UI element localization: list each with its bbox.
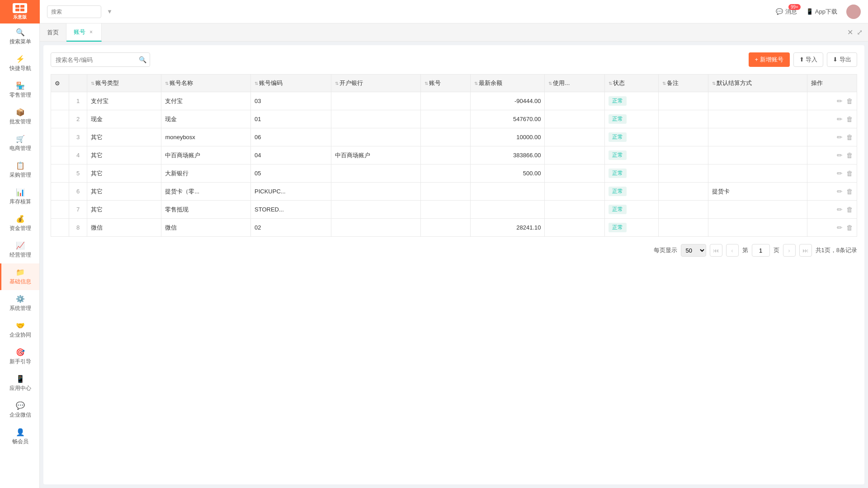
col-bank[interactable]: ⇅开户银行 (331, 75, 421, 92)
row-remarks-cell (658, 164, 708, 183)
header-dropdown-icon[interactable]: ▼ (107, 8, 113, 15)
sidebar-item-system-mgmt[interactable]: ⚙️ 系统管理 (0, 290, 39, 317)
member-icon: 👤 (16, 428, 25, 436)
table-row: 5 其它 大新银行 05 500.00 正常 ✏ 🗑 (51, 164, 857, 183)
edit-button[interactable]: ✏ (837, 133, 843, 141)
delete-button[interactable]: 🗑 (846, 206, 853, 213)
col-usage[interactable]: ⇅使用... (545, 75, 605, 92)
col-default-settlement[interactable]: ⇅默认结算方式 (708, 75, 807, 92)
account-search-input[interactable] (51, 52, 150, 67)
col-code[interactable]: ⇅账号编码 (251, 75, 331, 92)
sidebar-item-enterprise-wechat[interactable]: 💬 企业微信 (0, 397, 39, 423)
edit-button[interactable]: ✏ (837, 224, 843, 232)
sidebar-item-inventory[interactable]: 📊 库存核算 (0, 183, 39, 210)
col-code-label: 账号编码 (259, 80, 283, 86)
edit-button[interactable]: ✏ (837, 151, 843, 160)
sidebar-item-retail-mgmt[interactable]: 🏪 零售管理 (0, 77, 39, 103)
col-name[interactable]: ⇅账号名称 (161, 75, 251, 92)
current-page-input[interactable] (752, 244, 770, 257)
col-account-label: 账号 (429, 80, 441, 86)
sidebar-item-basic-info[interactable]: 📁 基础信息 (0, 263, 39, 290)
sidebar-item-search-menu[interactable]: 🔍 搜索菜单 (0, 23, 39, 50)
status-badge: 正常 (609, 114, 627, 124)
edit-button[interactable]: ✏ (837, 115, 843, 123)
row-bank-cell (331, 219, 421, 237)
last-page-button[interactable]: ⏭ (799, 244, 812, 257)
sidebar-item-ecommerce-mgmt[interactable]: 🛒 电商管理 (0, 130, 39, 157)
tab-account[interactable]: 账号 × (66, 23, 102, 42)
delete-button[interactable]: 🗑 (846, 224, 853, 231)
delete-button[interactable]: 🗑 (846, 97, 853, 105)
app-download-button[interactable]: 📱 App下载 (806, 8, 837, 16)
col-status[interactable]: ⇅状态 (605, 75, 659, 92)
row-name-cell: 微信 (161, 219, 251, 237)
row-action-icons: ✏ 🗑 (811, 133, 853, 141)
row-actions-cell: ✏ 🗑 (807, 128, 857, 146)
export-button[interactable]: ⬇ 导出 (827, 52, 857, 67)
message-button[interactable]: 💬 消息 99+ (776, 8, 797, 16)
svg-rect-3 (20, 9, 24, 11)
tab-home[interactable]: 首页 (40, 23, 66, 42)
edit-button[interactable]: ✏ (837, 206, 843, 214)
edit-button[interactable]: ✏ (837, 188, 843, 196)
sidebar-item-app-center[interactable]: 📱 应用中心 (0, 370, 39, 397)
col-account[interactable]: ⇅账号 (420, 75, 470, 92)
tab-close-all-icon[interactable]: ✕ (847, 28, 853, 37)
user-avatar[interactable] (846, 5, 861, 19)
col-bank-label: 开户银行 (340, 80, 363, 86)
header-search-input[interactable] (47, 5, 101, 18)
sidebar-item-quick-nav[interactable]: ⚡ 快捷导航 (0, 50, 39, 77)
col-balance[interactable]: ⇅最新余额 (471, 75, 545, 92)
search-icon: 🔍 (139, 56, 146, 63)
delete-button[interactable]: 🗑 (846, 169, 853, 177)
page-size-select[interactable]: 50 100 200 (681, 244, 706, 257)
prev-page-button[interactable]: ‹ (726, 244, 739, 257)
sidebar-item-capital-mgmt[interactable]: 💰 资金管理 (0, 210, 39, 237)
svg-rect-1 (20, 5, 24, 8)
logo-icon (13, 3, 27, 13)
row-bank-cell (331, 164, 421, 183)
col-type[interactable]: ⇅账号类型 (87, 75, 161, 92)
col-settings[interactable]: ⚙ (51, 75, 69, 92)
sidebar-item-new-guide[interactable]: 🎯 新手引导 (0, 343, 39, 370)
row-settings-cell (51, 110, 69, 128)
row-balance-cell: 10000.00 (471, 128, 545, 146)
col-actions: 操作 (807, 75, 857, 92)
tab-account-close[interactable]: × (88, 28, 94, 36)
import-button[interactable]: ⬆ 导入 (793, 52, 824, 67)
delete-button[interactable]: 🗑 (846, 133, 853, 141)
sidebar-item-member[interactable]: 👤 畅会员 (0, 423, 39, 450)
row-settings-cell (51, 146, 69, 164)
sidebar-item-wholesale-mgmt[interactable]: 📦 批发管理 (0, 103, 39, 130)
row-default-settlement-cell (708, 92, 807, 110)
row-index-cell: 3 (69, 128, 87, 146)
col-type-label: 账号类型 (95, 80, 119, 86)
row-usage-cell (545, 146, 605, 164)
message-badge: 99+ (788, 4, 801, 10)
header-left: ▼ (47, 5, 113, 18)
row-action-icons: ✏ 🗑 (811, 206, 853, 214)
edit-button[interactable]: ✏ (837, 97, 843, 105)
row-usage-cell (545, 110, 605, 128)
delete-button[interactable]: 🗑 (846, 188, 853, 195)
row-action-icons: ✏ 🗑 (811, 115, 853, 123)
row-name-cell: 零售抵现 (161, 201, 251, 219)
edit-button[interactable]: ✏ (837, 169, 843, 178)
table-row: 7 其它 零售抵现 STORED... 正常 ✏ 🗑 (51, 201, 857, 219)
row-remarks-cell (658, 92, 708, 110)
delete-button[interactable]: 🗑 (846, 151, 853, 159)
row-index-cell: 4 (69, 146, 87, 164)
add-account-button[interactable]: + 新增账号 (749, 52, 790, 67)
sidebar-item-enterprise-agreement[interactable]: 🤝 企业协同 (0, 317, 39, 343)
next-page-button[interactable]: › (783, 244, 796, 257)
sidebar-item-operation-mgmt[interactable]: 📈 经营管理 (0, 237, 39, 263)
col-remarks[interactable]: ⇅备注 (658, 75, 708, 92)
row-type-cell: 现金 (87, 110, 161, 128)
tab-maximize-icon[interactable]: ⤢ (857, 28, 863, 37)
app-center-icon: 📱 (16, 375, 25, 383)
first-page-button[interactable]: ⏮ (710, 244, 722, 257)
sidebar-item-basic-info-label: 基础信息 (9, 278, 31, 286)
sidebar-item-purchase-mgmt[interactable]: 📋 采购管理 (0, 157, 39, 183)
delete-button[interactable]: 🗑 (846, 115, 853, 123)
app-download-icon: 📱 (806, 8, 813, 15)
